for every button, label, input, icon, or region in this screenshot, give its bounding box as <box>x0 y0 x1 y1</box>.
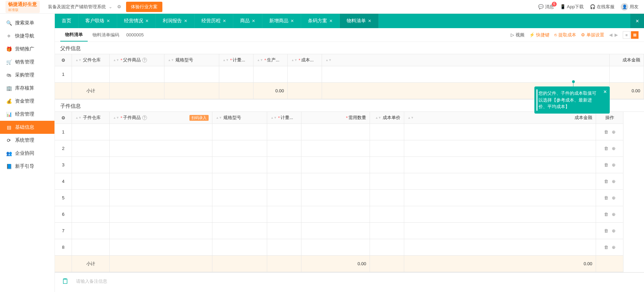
extract-cost-link[interactable]: ⎋提取成本 <box>554 32 576 38</box>
close-icon[interactable]: ✕ <box>145 19 149 23</box>
child-product-cell[interactable] <box>110 239 212 256</box>
cta-button[interactable]: 体验行业方案 <box>126 2 162 12</box>
col-child-amount[interactable]: ▲▼成本金额 <box>404 112 596 124</box>
child-warehouse-cell[interactable] <box>72 206 110 223</box>
child-amount-cell[interactable] <box>404 140 596 157</box>
child-product-cell[interactable] <box>110 124 212 140</box>
child-unit-cell[interactable] <box>267 157 301 173</box>
child-warehouse-cell[interactable] <box>72 190 110 206</box>
tab-1[interactable]: 客户联络✕ <box>78 14 117 28</box>
col-parent-product[interactable]: ▲▼*父件商品? <box>110 54 164 66</box>
view-list[interactable]: ≡ <box>623 31 630 39</box>
child-unit-cell[interactable] <box>267 173 301 190</box>
sidebar-item-search[interactable]: 🔍搜索菜单 <box>0 16 54 30</box>
delete-icon[interactable]: 🗑 <box>604 245 608 250</box>
note-icon[interactable]: 🗒 <box>62 277 69 286</box>
gear-icon[interactable]: ⚙ <box>117 4 121 9</box>
sidebar-item-db[interactable]: ▤基础信息 <box>0 121 54 134</box>
col-child-costunit[interactable]: ▲▼成本单价 <box>370 112 404 124</box>
add-row-icon[interactable]: ⊕ <box>612 212 616 217</box>
tabs-close-all[interactable]: ✕ <box>630 14 644 28</box>
child-spec-cell[interactable] <box>212 190 267 206</box>
delete-icon[interactable]: 🗑 <box>604 179 608 184</box>
child-costunit-cell[interactable] <box>370 124 404 140</box>
parent-product-cell[interactable] <box>110 66 164 83</box>
child-warehouse-cell[interactable] <box>72 239 110 256</box>
add-row-icon[interactable]: ⊕ <box>612 179 616 184</box>
child-unit-cell[interactable] <box>267 140 301 157</box>
col-child-unit[interactable]: ▲▼*计量... <box>267 112 301 124</box>
child-costunit-cell[interactable] <box>370 239 404 256</box>
col-parent-cost[interactable]: ▲▼*成本... <box>288 54 322 66</box>
add-row-icon[interactable]: ⊕ <box>612 245 616 250</box>
app-download-button[interactable]: 📱 App下载 <box>560 4 584 10</box>
child-warehouse-cell[interactable] <box>72 173 110 190</box>
tab-2[interactable]: 经营情况✕ <box>117 14 156 28</box>
sidebar-item-warehouse[interactable]: 🏢库存核算 <box>0 82 54 95</box>
close-icon[interactable]: ✕ <box>368 19 371 23</box>
add-row-icon[interactable]: ⊕ <box>612 228 616 233</box>
doc-settings-link[interactable]: ⚙单据设置 <box>581 32 604 38</box>
col-parent-unit[interactable]: ▲▼*计量... <box>219 54 253 66</box>
child-amount-cell[interactable] <box>404 223 596 239</box>
sidebar-item-money[interactable]: 💰资金管理 <box>0 95 54 108</box>
child-warehouse-cell[interactable] <box>72 124 110 140</box>
child-needqty-cell[interactable] <box>301 140 370 157</box>
child-spec-cell[interactable] <box>212 223 267 239</box>
close-icon[interactable]: ✕ <box>223 19 226 23</box>
child-spec-cell[interactable] <box>212 140 267 157</box>
add-row-icon[interactable]: ⊕ <box>612 129 616 135</box>
child-product-cell[interactable] <box>110 140 212 157</box>
tab-0[interactable]: 首页 <box>55 14 78 28</box>
delete-icon[interactable]: 🗑 <box>604 212 608 217</box>
close-icon[interactable]: ✕ <box>184 19 187 23</box>
col-settings[interactable]: ⚙ <box>55 54 72 66</box>
child-amount-cell[interactable] <box>404 124 596 140</box>
child-costunit-cell[interactable] <box>370 157 404 173</box>
child-costunit-cell[interactable] <box>370 206 404 223</box>
add-row-icon[interactable]: ⊕ <box>612 146 616 151</box>
child-amount-cell[interactable] <box>404 157 596 173</box>
child-costunit-cell[interactable] <box>370 173 404 190</box>
col-child-spec[interactable]: ▲▼规格型号 <box>212 112 267 124</box>
sidebar-item-team[interactable]: 👥企业协同 <box>0 147 54 160</box>
col-settings[interactable]: ⚙ <box>55 112 72 124</box>
subtab-bom[interactable]: 物料清单 <box>60 28 88 42</box>
child-spec-cell[interactable] <box>212 124 267 140</box>
parent-amount-cell[interactable] <box>610 66 644 83</box>
messages-button[interactable]: 💬 消息 6 <box>538 4 554 10</box>
child-spec-cell[interactable] <box>212 157 267 173</box>
child-costunit-cell[interactable] <box>370 223 404 239</box>
child-amount-cell[interactable] <box>404 206 596 223</box>
sidebar-item-compass[interactable]: ✧快捷导航 <box>0 30 54 43</box>
parent-warehouse-cell[interactable] <box>72 66 110 83</box>
add-row-icon[interactable]: ⊕ <box>612 195 616 200</box>
close-icon[interactable]: ✕ <box>329 19 333 23</box>
user-menu[interactable]: 👤 用友 <box>621 3 639 11</box>
close-icon[interactable]: ✕ <box>252 19 255 23</box>
child-product-cell[interactable] <box>110 223 212 239</box>
col-child-warehouse[interactable]: ▲▼子件仓库 <box>72 112 110 124</box>
delete-icon[interactable]: 🗑 <box>604 146 608 151</box>
sidebar-item-gift[interactable]: 🎁营销推广 <box>0 43 54 56</box>
child-amount-cell[interactable] <box>404 190 596 206</box>
child-product-cell[interactable] <box>110 157 212 173</box>
tab-4[interactable]: 经营历程✕ <box>195 14 233 28</box>
child-product-cell[interactable] <box>110 173 212 190</box>
delete-icon[interactable]: 🗑 <box>604 162 608 167</box>
delete-icon[interactable]: 🗑 <box>604 228 608 233</box>
parent-unit-cell[interactable] <box>219 66 253 83</box>
col-child-product[interactable]: ▲▼*子件商品?扫码录入 <box>110 112 212 124</box>
tab-8[interactable]: 物料清单✕ <box>340 14 379 28</box>
help-icon[interactable]: ? <box>142 115 147 120</box>
child-needqty-cell[interactable] <box>301 223 370 239</box>
child-needqty-cell[interactable] <box>301 190 370 206</box>
sidebar-item-guide[interactable]: 📘新手引导 <box>0 160 54 173</box>
parent-qty-cell[interactable] <box>253 66 288 83</box>
video-link[interactable]: ▷视频 <box>511 32 524 38</box>
remark-input[interactable]: 请输入备注信息 <box>76 278 107 284</box>
col-parent-amount[interactable]: 成本金额 <box>610 54 644 66</box>
child-unit-cell[interactable] <box>267 190 301 206</box>
child-costunit-cell[interactable] <box>370 140 404 157</box>
close-icon[interactable]: ✕ <box>290 19 294 23</box>
